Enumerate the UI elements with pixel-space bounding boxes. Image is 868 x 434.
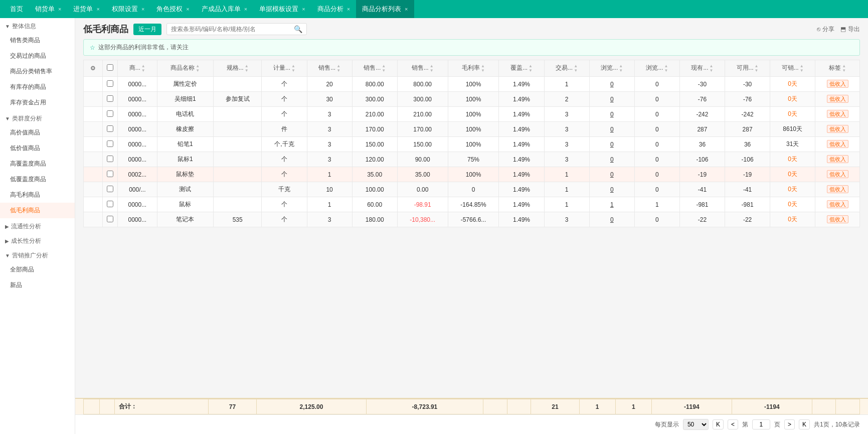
row-tag: 低收入 <box>815 152 860 167</box>
close-icon[interactable]: × <box>186 0 189 18</box>
row-margin: 100% <box>448 122 499 137</box>
row-sales-profit: 170.00 <box>397 122 448 137</box>
table-container[interactable]: ⚙ 商...▲▼ 商品名称▲▼ 规格...▲▼ 计量...▲▼ 销售...▲▼ … <box>75 60 868 398</box>
nav-template-settings[interactable]: 单据模板设置 × <box>253 0 311 18</box>
nav-product-analysis-list[interactable]: 商品分析列表 × <box>356 0 414 18</box>
search-icon[interactable]: 🔍 <box>294 25 302 33</box>
export-button[interactable]: ⬒ 导出 <box>840 25 860 34</box>
nav-role-auth[interactable]: 角色授权 × <box>150 0 195 18</box>
table-row: 0000... 铅笔1 个,千克 3 150.00 150.00 100% 1.… <box>84 137 860 152</box>
row-code: 0000... <box>117 107 157 122</box>
row-tag: 低收入 <box>815 167 860 182</box>
nav-sales-order[interactable]: 销货单 × <box>29 0 67 18</box>
sidebar-item-all-products[interactable]: 全部商品 <box>0 262 75 277</box>
select-all-checkbox[interactable] <box>107 64 113 71</box>
row-checkbox[interactable] <box>102 107 117 122</box>
sidebar-item-high-value[interactable]: 高价值商品 <box>0 125 75 140</box>
row-browse1[interactable]: 0 <box>589 167 634 182</box>
sidebar-group-overall[interactable]: ▼ 整体信息 <box>0 18 75 33</box>
prev-page-button[interactable]: < <box>728 419 738 429</box>
row-saleable: 0天 <box>770 182 815 197</box>
period-button[interactable]: 近一月 <box>133 24 161 35</box>
row-browse1[interactable]: 0 <box>589 92 634 107</box>
sidebar-item-new-products[interactable]: 新品 <box>0 277 75 293</box>
sidebar-item-low-value[interactable]: 低价值商品 <box>0 140 75 156</box>
row-checkbox[interactable] <box>102 167 117 182</box>
row-checkbox[interactable] <box>102 92 117 107</box>
row-available: 36 <box>725 137 770 152</box>
chevron-down-icon: ▼ <box>5 253 10 258</box>
row-browse1[interactable]: 0 <box>589 107 634 122</box>
sidebar-item-low-coverage[interactable]: 低覆盖度商品 <box>0 172 75 187</box>
next-page-button[interactable]: > <box>784 419 795 429</box>
totals-row: 合计： 77 2,125.00 -8,723.91 21 1 1 -1194 -… <box>84 399 860 414</box>
sidebar-item-traded-products[interactable]: 交易过的商品 <box>0 48 75 64</box>
row-checkbox[interactable] <box>102 182 117 197</box>
th-settings[interactable]: ⚙ <box>84 60 103 77</box>
close-icon[interactable]: × <box>96 0 99 18</box>
row-checkbox[interactable] <box>102 152 117 167</box>
page-size-select[interactable]: 10 20 50 100 <box>683 419 709 430</box>
th-browse2: 浏览...▲▼ <box>634 60 679 77</box>
current-page-input[interactable] <box>752 419 770 429</box>
sidebar-item-stock-capital[interactable]: 库存资金占用 <box>0 95 75 110</box>
table-row: 0000... 电话机 个 3 210.00 210.00 100% 1.49%… <box>84 107 860 122</box>
row-transaction: 3 <box>544 107 589 122</box>
row-browse1[interactable]: 0 <box>589 122 634 137</box>
row-browse1[interactable]: 0 <box>589 137 634 152</box>
close-icon[interactable]: × <box>405 0 408 18</box>
close-icon[interactable]: × <box>347 0 350 18</box>
row-settings <box>84 167 103 182</box>
row-checkbox[interactable] <box>102 197 117 212</box>
close-icon[interactable]: × <box>141 0 144 18</box>
row-checkbox[interactable] <box>102 122 117 137</box>
row-name: 鼠标垫 <box>157 167 213 182</box>
nav-purchase-order[interactable]: 进货单 × <box>67 0 105 18</box>
close-icon[interactable]: × <box>302 0 305 18</box>
top-nav: 首页 销货单 × 进货单 × 权限设置 × 角色授权 × 产成品入库单 × 单据… <box>0 0 868 18</box>
row-browse1[interactable]: 0 <box>589 182 634 197</box>
th-checkbox[interactable] <box>102 60 117 77</box>
row-checkbox[interactable] <box>102 212 117 227</box>
sidebar-item-sales-products[interactable]: 销售类商品 <box>0 33 75 48</box>
sidebar-group-cluster[interactable]: ▼ 类群度分析 <box>0 110 75 125</box>
footer-totals: 合计： 77 2,125.00 -8,723.91 21 1 1 -1194 -… <box>75 398 868 414</box>
nav-home[interactable]: 首页 <box>4 0 29 18</box>
row-saleable: 0天 <box>770 92 815 107</box>
sidebar-item-category-rate[interactable]: 商品分类销售率 <box>0 64 75 79</box>
sidebar-item-stocked-products[interactable]: 有库存的商品 <box>0 79 75 95</box>
row-name: 鼠标1 <box>157 152 213 167</box>
sidebar-item-high-coverage[interactable]: 高覆盖度商品 <box>0 156 75 172</box>
sidebar-item-low-margin[interactable]: 低毛利商品 <box>0 203 75 218</box>
row-transaction: 3 <box>544 137 589 152</box>
row-browse1[interactable]: 0 <box>589 152 634 167</box>
nav-permissions[interactable]: 权限设置 × <box>106 0 150 18</box>
row-coverage: 1.49% <box>499 77 544 92</box>
row-name: 属性定价 <box>157 77 213 92</box>
row-settings <box>84 122 103 137</box>
table-row: 0002... 鼠标垫 个 1 35.00 35.00 100% 1.49% 1… <box>84 167 860 182</box>
row-sales-amount: 800.00 <box>352 77 397 92</box>
sidebar-group-marketing[interactable]: ▼ 营销推广分析 <box>0 247 75 262</box>
close-icon[interactable]: × <box>58 0 61 18</box>
row-available: 287 <box>725 122 770 137</box>
sidebar-group-circulation[interactable]: ▶ 流通性分析 <box>0 218 75 233</box>
nav-product-analysis[interactable]: 商品分析 × <box>311 0 356 18</box>
sidebar-group-growth[interactable]: ▶ 成长性分析 <box>0 233 75 247</box>
row-checkbox[interactable] <box>102 77 117 92</box>
sidebar-item-high-margin[interactable]: 高毛利商品 <box>0 187 75 203</box>
close-icon[interactable]: × <box>244 0 247 18</box>
row-sales-count: 1 <box>307 197 352 212</box>
share-button[interactable]: ⎋ 分享 <box>817 25 834 34</box>
row-sales-profit: 0.00 <box>397 182 448 197</box>
row-browse1[interactable]: 0 <box>589 77 634 92</box>
search-input[interactable] <box>171 26 294 33</box>
last-page-button[interactable]: K <box>799 419 810 429</box>
row-sales-profit: 800.00 <box>397 77 448 92</box>
nav-product-entry[interactable]: 产成品入库单 × <box>196 0 253 18</box>
row-sales-amount: 150.00 <box>352 137 397 152</box>
row-browse1[interactable]: 1 <box>589 197 634 212</box>
row-checkbox[interactable] <box>102 137 117 152</box>
row-browse1[interactable]: 0 <box>589 212 634 227</box>
first-page-button[interactable]: K <box>713 419 724 429</box>
